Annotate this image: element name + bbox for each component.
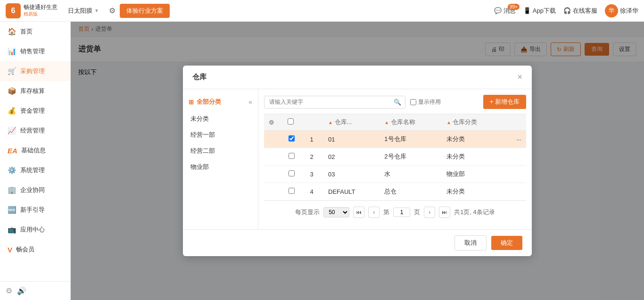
table-row[interactable]: 4 DEFAULT 总仓 未分类 [264,183,526,200]
row-checkbox-cell [283,148,300,166]
row-checkbox[interactable] [289,153,295,159]
category-all-item[interactable]: ⊞ 全部分类 [189,98,221,106]
sidebar-label-vip: 畅会员 [16,245,34,254]
row-more-actions[interactable]: ··· [504,131,526,148]
row-name: 1号仓库 [380,131,442,148]
sales-icon: 📊 [8,47,17,56]
sidebar-sound-icon[interactable]: 🔊 [17,286,26,295]
modal-footer: 取消 确定 [183,229,532,256]
col-name-header: ▲ 仓库名称 [380,114,442,131]
avatar: 华 [605,4,618,17]
logo-icon: 6 [6,3,21,18]
last-page-btn[interactable]: ⏭ [439,207,450,218]
enterprise-icon: 🏢 [8,186,17,194]
row-category: 物业部 [442,166,504,183]
table-row[interactable]: 1 01 1号仓库 未分类 ··· [264,131,526,148]
pagination: 每页显示 50 20 100 ⏮ ‹ 第 页 › [264,200,526,224]
row-category: 未分类 [442,183,504,200]
row-more-actions[interactable] [504,183,526,200]
sidebar-item-inventory[interactable]: 📦 库存核算 [0,81,70,101]
sidebar-item-vip[interactable]: V 畅会员 [0,240,70,259]
customer-service-item[interactable]: 🎧 在线客服 [563,7,597,15]
purchase-icon: 🛒 [8,67,17,75]
category-item-unclassified[interactable]: 未分类 [183,111,258,127]
add-warehouse-button[interactable]: + 新增仓库 [483,95,526,109]
category-item-property[interactable]: 物业部 [183,159,258,175]
category-item-ops1[interactable]: 经营一部 [183,127,258,143]
table-row[interactable]: 3 03 水 物业部 [264,166,526,183]
sidebar-item-home[interactable]: 🏠 首页 [0,22,70,42]
next-page-btn[interactable]: › [424,207,435,218]
first-page-btn[interactable]: ⏮ [353,207,364,218]
row-settings [264,131,283,148]
mobile-icon: 📱 [523,7,531,14]
store-selector[interactable]: 日太阳膜 ▼ [62,7,105,15]
sidebar-settings-icon[interactable]: ⚙ [6,286,12,295]
app-download-item[interactable]: 📱 App下载 [523,7,556,15]
col-settings: ⚙ [264,114,283,131]
total-info: 共1页, 4条记录 [454,208,495,217]
row-checkbox-cell [283,183,300,200]
sidebar-item-purchase[interactable]: 🛒 采购管理 [0,61,70,81]
prev-page-btn[interactable]: ‹ [368,207,380,218]
row-code: 02 [323,148,380,166]
row-more-actions[interactable] [504,166,526,183]
table-toolbar: 🔍 显示停用 + 新增仓库 [264,95,526,109]
guide-icon: 🆕 [8,206,17,214]
row-number: 1 [300,131,323,148]
sidebar-item-operation[interactable]: 📈 经营管理 [0,121,70,141]
sidebar-label-home: 首页 [20,27,33,36]
trial-button[interactable]: 体验行业方案 [120,4,170,18]
sidebar-label-basic: 基础信息 [21,146,46,155]
category-all-label: 全部分类 [197,98,221,106]
sidebar-item-sales[interactable]: 📊 销售管理 [0,42,70,61]
headphone-icon: 🎧 [563,7,571,14]
col-code-label: 仓库... [335,118,352,125]
search-input[interactable] [264,96,390,108]
sort-icon: ▲ [328,120,333,125]
row-number: 2 [300,148,323,166]
sidebar-item-system[interactable]: ⚙️ 系统管理 [0,160,70,180]
row-settings [264,183,283,200]
sidebar-item-finance[interactable]: 💰 资金管理 [0,101,70,121]
category-item-ops2[interactable]: 经营二部 [183,143,258,159]
table-panel: 🔍 显示停用 + 新增仓库 ⚙ [258,89,532,229]
row-code: 01 [323,131,380,148]
home-icon: 🏠 [8,27,17,36]
sidebar-item-basic[interactable]: EA 基础信息 [0,141,70,160]
row-checkbox[interactable] [289,188,295,194]
sidebar-item-appcenter[interactable]: 📺 应用中心 [0,220,70,240]
col-code-header: ▲ 仓库... [323,114,380,131]
row-code: 03 [323,166,380,183]
sidebar-item-enterprise[interactable]: 🏢 企业协同 [0,180,70,200]
search-icon[interactable]: 🔍 [390,96,405,108]
category-collapse-icon[interactable]: « [248,98,252,106]
per-page-select[interactable]: 50 20 100 [323,207,349,217]
store-arrow-icon: ▼ [94,8,99,13]
modal-overlay: 仓库 × ⊞ 全部分类 « 未分类 [71,22,644,300]
row-name: 总仓 [380,183,442,200]
row-checkbox[interactable] [289,170,295,176]
notification-item[interactable]: 💬 99+ 消息 [494,7,516,15]
select-all-checkbox[interactable] [288,118,294,125]
sidebar-label-enterprise: 企业协同 [20,186,45,194]
modal-close-button[interactable]: × [517,72,522,82]
category-panel: ⊞ 全部分类 « 未分类 经营一部 经营二部 物业部 [183,89,258,229]
row-checkbox[interactable] [289,135,295,142]
page-number-input[interactable] [393,208,410,217]
settings-gear-icon[interactable]: ⚙ [105,3,120,18]
row-settings [264,148,283,166]
user-profile[interactable]: 华 徐泽华 [605,4,638,17]
show-disabled-checkbox[interactable] [410,99,416,105]
table-row[interactable]: 2 02 2号仓库 未分类 [264,148,526,166]
confirm-button[interactable]: 确定 [491,236,522,250]
sidebar-item-guide[interactable]: 🆕 新手引导 [0,200,70,220]
sidebar-label-inventory: 库存核算 [20,87,45,95]
row-more-actions[interactable] [504,148,526,166]
cancel-button[interactable]: 取消 [454,235,487,250]
col-name-label: 仓库名称 [391,118,415,125]
row-checkbox-cell [283,166,300,183]
operation-icon: 📈 [8,126,17,135]
per-page-label: 每页显示 [295,208,320,217]
row-code: DEFAULT [323,183,380,200]
